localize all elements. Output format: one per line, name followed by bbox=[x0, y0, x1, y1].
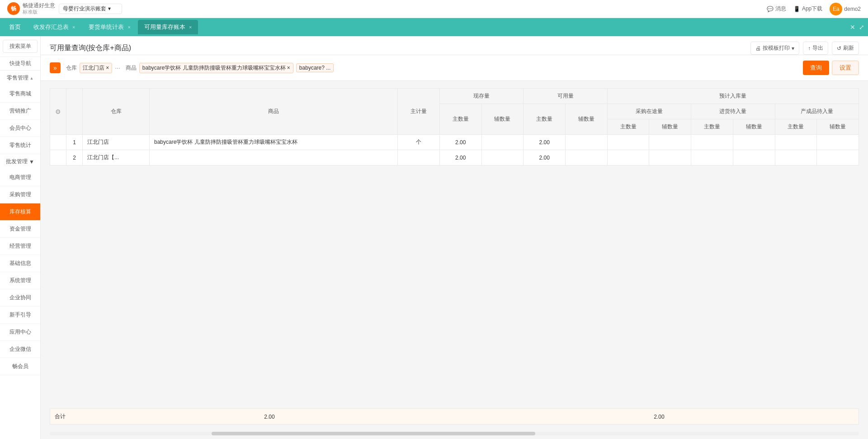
th-aq-main: 主数量 bbox=[524, 104, 566, 135]
sidebar-item-inventory-check[interactable]: 库存核算 bbox=[0, 203, 40, 221]
sidebar-item-retail-stats[interactable]: 零售统计 bbox=[0, 137, 40, 154]
print-by-template-btn[interactable]: 🖨 按模板打印 ▾ bbox=[750, 42, 799, 55]
cell-unit-1: 个 bbox=[398, 135, 440, 150]
sidebar-item-ops-mgmt[interactable]: 经营管理 bbox=[0, 238, 40, 255]
sidebar-item-sys-mgmt-label: 系统管理 bbox=[9, 277, 31, 284]
tab-order-stats-close[interactable]: × bbox=[127, 24, 130, 30]
tab-available-stock-close[interactable]: × bbox=[189, 24, 192, 30]
th-pt-main: 主数量 bbox=[607, 119, 649, 135]
cell-ga-aux-1 bbox=[733, 135, 775, 150]
filter-bar: » 仓库 江北门店 × ··· 商品 babycare学饮杯 儿童防摔防撞吸管杯… bbox=[41, 55, 868, 81]
tab-receipts[interactable]: 收发存汇总表 × bbox=[27, 20, 81, 34]
product-tag-1-text: babycare学饮杯 儿童防摔防撞吸管杯重力球吸嘴杯宝宝水杯 × bbox=[142, 64, 290, 72]
sidebar-item-retail-mgmt[interactable]: 零售管理 bbox=[0, 71, 40, 85]
sidebar-item-retail-store[interactable]: 零售商城 bbox=[0, 85, 40, 103]
th-aq-aux: 辅数量 bbox=[566, 104, 608, 135]
tab-available-stock-label: 可用量库存账本 bbox=[144, 23, 185, 31]
logo-area: 畅 畅捷通好生意 标准版 bbox=[7, 2, 55, 15]
filter-expand-btn[interactable]: » bbox=[50, 62, 61, 73]
print-icon: 🖨 bbox=[755, 45, 761, 52]
logo-line1: 畅捷通好生意 bbox=[23, 2, 55, 9]
sidebar-item-wholesale-mgmt-label: 批发管理 bbox=[6, 158, 28, 165]
search-menu-btn[interactable]: 搜索菜单 bbox=[3, 40, 38, 53]
setting-btn[interactable]: 设置 bbox=[832, 61, 859, 75]
top-bar: 畅 畅捷通好生意 标准版 母婴行业演示账套 ▾ 💬 消息 📱 App下载 Ea … bbox=[0, 0, 868, 18]
sidebar-item-enterprise-collab[interactable]: 企业协同 bbox=[0, 289, 40, 307]
sidebar-item-wholesale-mgmt[interactable]: 批发管理 bbox=[0, 154, 40, 169]
table-row: 2 江北门店【... 2.00 2.00 bbox=[50, 150, 859, 165]
query-btn[interactable]: 查询 bbox=[803, 61, 829, 75]
tab-order-stats-label: 要货单统计表 bbox=[89, 23, 124, 31]
warehouse-filter: 仓库 江北门店 × ··· bbox=[66, 63, 120, 73]
quick-nav-btn[interactable]: 快捷导航 bbox=[0, 57, 40, 71]
sidebar-item-inventory-check-label: 库存核算 bbox=[9, 208, 31, 216]
th-fa-main: 主数量 bbox=[775, 119, 817, 135]
message-btn[interactable]: 💬 消息 bbox=[767, 5, 786, 13]
user-profile[interactable]: Ea demo2 bbox=[830, 3, 861, 15]
product-filter: 商品 babycare学饮杯 儿童防摔防撞吸管杯重力球吸嘴杯宝宝水杯 × bab… bbox=[126, 63, 334, 73]
logo-text-block: 畅捷通好生意 标准版 bbox=[23, 2, 55, 15]
cell-cs-aux-2 bbox=[481, 150, 524, 165]
sidebar-item-finance-mgmt-label: 资金管理 bbox=[9, 225, 31, 233]
tab-order-stats[interactable]: 要货单统计表 × bbox=[82, 20, 137, 34]
th-ga-main: 主数量 bbox=[691, 119, 733, 135]
cell-settings-2 bbox=[50, 150, 66, 165]
horizontal-scrollbar[interactable] bbox=[50, 432, 859, 435]
template-select[interactable]: 母婴行业演示账套 ▾ bbox=[59, 4, 122, 14]
sidebar-item-ops-mgmt-label: 经营管理 bbox=[9, 242, 31, 250]
tab-receipts-close[interactable]: × bbox=[72, 24, 75, 30]
th-no bbox=[66, 89, 83, 135]
nav-close-icon[interactable]: ✕ bbox=[850, 24, 855, 31]
cell-ga-main-1 bbox=[691, 135, 733, 150]
settings-gear-icon[interactable]: ⚙ bbox=[55, 108, 61, 115]
th-cs-main: 主数量 bbox=[439, 104, 481, 135]
sidebar-item-base-info-label: 基础信息 bbox=[9, 260, 31, 267]
username-label: demo2 bbox=[844, 6, 861, 12]
sidebar-search-area: 搜索菜单 bbox=[0, 36, 40, 57]
sidebar-item-marketing-label: 营销推广 bbox=[9, 107, 31, 115]
cell-fa-main-2 bbox=[775, 150, 817, 165]
sidebar-item-new-guide[interactable]: 新手引导 bbox=[0, 307, 40, 324]
export-btn[interactable]: ↑ 导出 bbox=[803, 42, 828, 55]
cell-settings-1 bbox=[50, 135, 66, 150]
filter-more-icon[interactable]: ··· bbox=[115, 64, 120, 71]
cell-ga-aux-2 bbox=[733, 150, 775, 165]
sidebar-item-app-center[interactable]: 应用中心 bbox=[0, 324, 40, 341]
chevron-down-icon: ▾ bbox=[108, 5, 111, 12]
sidebar-item-base-info[interactable]: 基础信息 bbox=[0, 255, 40, 272]
warehouse-tag-text: 江北门店 × bbox=[83, 64, 109, 72]
sidebar-item-member-center[interactable]: 会员中心 bbox=[0, 120, 40, 137]
cell-unit-2 bbox=[398, 150, 440, 165]
cell-cs-main-1: 2.00 bbox=[439, 135, 481, 150]
tab-home[interactable]: 首页 bbox=[4, 20, 26, 34]
sidebar-item-sys-mgmt[interactable]: 系统管理 bbox=[0, 272, 40, 289]
th-finished-awaiting: 产成品待入量 bbox=[775, 104, 859, 119]
cell-fa-main-1 bbox=[775, 135, 817, 150]
sidebar-item-member[interactable]: 畅会员 bbox=[0, 358, 40, 375]
app-download-btn[interactable]: 📱 App下载 bbox=[793, 5, 822, 13]
sidebar-item-new-guide-label: 新手引导 bbox=[9, 311, 31, 319]
sidebar-item-retail-mgmt-label: 零售管理 bbox=[7, 74, 28, 82]
nav-expand-icon[interactable]: ⤢ bbox=[859, 24, 864, 31]
tab-receipts-label: 收发存汇总表 bbox=[33, 23, 69, 31]
sidebar-item-enterprise-wechat[interactable]: 企业微信 bbox=[0, 341, 40, 358]
cell-product-2 bbox=[150, 150, 398, 165]
sidebar-item-finance-mgmt[interactable]: 资金管理 bbox=[0, 221, 40, 238]
message-icon: 💬 bbox=[767, 6, 774, 12]
avatar: Ea bbox=[830, 3, 842, 15]
logo-icon: 畅 bbox=[7, 2, 20, 15]
th-pt-aux: 辅数量 bbox=[649, 119, 691, 135]
sidebar-item-member-label: 畅会员 bbox=[12, 363, 28, 370]
refresh-btn[interactable]: ↺ 刷新 bbox=[832, 42, 859, 55]
sidebar-item-marketing[interactable]: 营销推广 bbox=[0, 103, 40, 120]
template-select-label: 母婴行业演示账套 bbox=[63, 5, 106, 13]
product-tag-1: babycare学饮杯 儿童防摔防撞吸管杯重力球吸嘴杯宝宝水杯 × bbox=[139, 63, 293, 73]
tab-available-stock[interactable]: 可用量库存账本 × bbox=[138, 20, 198, 34]
sidebar-item-retail-store-label: 零售商城 bbox=[9, 90, 31, 98]
sidebar-item-purchase-mgmt[interactable]: 采购管理 bbox=[0, 186, 40, 203]
sidebar-item-enterprise-wechat-label: 企业微信 bbox=[9, 345, 31, 353]
app-icon: 📱 bbox=[793, 6, 800, 12]
sidebar-item-ecom-mgmt[interactable]: 电商管理 bbox=[0, 169, 40, 186]
footer-cs-main: 2.00 bbox=[251, 414, 288, 420]
refresh-label: 刷新 bbox=[843, 44, 854, 52]
